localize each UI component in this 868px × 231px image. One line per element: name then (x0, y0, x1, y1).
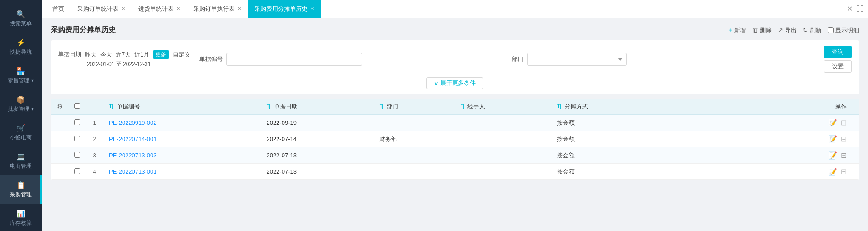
doc-no-input[interactable] (226, 53, 362, 66)
sidebar-item-inventory[interactable]: 📊 库存核算 (0, 204, 42, 231)
th-settings: ⚙ (51, 99, 69, 115)
setting-button[interactable]: 设置 (824, 60, 852, 73)
query-button[interactable]: 查询 (824, 46, 852, 58)
close-tab-goods-receipt-stats[interactable]: ✕ (176, 6, 180, 12)
doc-no-link-3[interactable]: PE-20220713-001 (109, 168, 157, 175)
tab-purchase-order-stats[interactable]: 采购订单统计表 ✕ (71, 0, 132, 18)
page-content: 采购费用分摊单历史 + 新增 🗑 删除 ↗ 导出 ↻ 刷新 (42, 18, 868, 231)
export-button[interactable]: ↗ 导出 (778, 26, 797, 34)
export-icon: ↗ (778, 27, 783, 33)
row-checkbox-0[interactable] (74, 119, 80, 125)
tab-home[interactable]: 首页 (46, 0, 71, 18)
row-dept-2 (374, 147, 455, 164)
tab-goods-receipt-stats[interactable]: 进货单统计表 ✕ (132, 0, 187, 18)
sidebar-item-ecommerce[interactable]: 💻 电商管理 (0, 147, 42, 175)
sort-dept-icon[interactable]: ⇅ (379, 103, 384, 110)
sidebar-item-retail[interactable]: 🏪 零售管理 ▾ (0, 61, 42, 90)
dept-select[interactable] (527, 53, 627, 66)
table-row: 3 PE-20220713-003 2022-07-13 按金额 📝 ⊞ (51, 147, 859, 164)
close-tab-purchase-cost-split[interactable]: ✕ (310, 6, 314, 12)
row-checkbox-2[interactable] (74, 152, 80, 158)
column-settings-icon[interactable]: ⚙ (57, 103, 63, 110)
row-cb-1 (69, 131, 85, 147)
last1month-shortcut[interactable]: 近1月 (134, 51, 149, 59)
date-label: 单据日期 (58, 50, 81, 58)
row-action-icons-1: 📝 ⊞ (828, 135, 854, 143)
row-split-method-0: 按金额 (552, 115, 823, 131)
detail-icon-2[interactable]: ⊞ (841, 151, 847, 160)
sort-doc-date-icon[interactable]: ⇅ (266, 103, 271, 110)
detail-icon-3[interactable]: ⊞ (841, 167, 847, 176)
show-col-checkbox[interactable] (828, 27, 834, 33)
add-button[interactable]: + 新增 (729, 26, 746, 34)
row-settings-3 (51, 164, 69, 180)
tab-purchase-order-exec[interactable]: 采购订单执行表 ✕ (187, 0, 248, 18)
table-row: 1 PE-20220919-002 2022-09-19 按金额 📝 ⊞ (51, 115, 859, 131)
detail-icon-1[interactable]: ⊞ (841, 135, 847, 143)
row-doc-no-1: PE-20220714-001 (104, 131, 261, 147)
sidebar-item-purchase[interactable]: 📋 采购管理 (0, 175, 42, 204)
row-checkbox-1[interactable] (74, 136, 80, 141)
edit-icon-3[interactable]: 📝 (828, 167, 837, 176)
main-area: 首页 采购订单统计表 ✕ 进货单统计表 ✕ 采购订单执行表 ✕ 采购费用分摊单历… (42, 0, 868, 231)
row-dept-0 (374, 115, 455, 131)
filter-row-1: 单据日期 昨天 今天 近7天 近1月 更多 自定义 2022-01-01 至 2… (58, 46, 852, 73)
row-handler-0 (455, 115, 552, 131)
edit-icon-0[interactable]: 📝 (828, 118, 837, 127)
tab-actions: ✕ ⛶ (847, 5, 863, 13)
row-settings-2 (51, 147, 69, 164)
sidebar-item-search[interactable]: 🔍 搜索菜单 (0, 5, 42, 33)
row-checkbox-3[interactable] (74, 168, 80, 174)
row-num-0: 1 (85, 115, 104, 131)
last7days-shortcut[interactable]: 近7天 (116, 51, 131, 59)
more-shortcut[interactable]: 更多 (153, 50, 169, 59)
filter-area: 单据日期 昨天 今天 近7天 近1月 更多 自定义 2022-01-01 至 2… (51, 40, 859, 94)
close-tab-purchase-order-stats[interactable]: ✕ (121, 6, 125, 12)
row-doc-date-2: 2022-07-13 (261, 147, 373, 164)
row-split-method-3: 按金额 (552, 164, 823, 180)
today-shortcut[interactable]: 今天 (100, 51, 112, 59)
ecommerce-icon: 💻 (2, 152, 39, 161)
sort-handler-icon[interactable]: ⇅ (460, 103, 465, 110)
row-num-1: 2 (85, 131, 104, 147)
row-ops-3: 📝 ⊞ (823, 164, 859, 180)
filter-buttons: 查询 设置 (824, 46, 852, 73)
tab-purchase-cost-split[interactable]: 采购费用分摊单历史 ✕ (248, 0, 321, 18)
expand-button[interactable]: ∨ 展开更多条件 (426, 77, 483, 89)
page-header: 采购费用分摊单历史 + 新增 🗑 删除 ↗ 导出 ↻ 刷新 (51, 25, 859, 35)
row-ops-2: 📝 ⊞ (823, 147, 859, 164)
th-checkbox (69, 99, 85, 115)
doc-no-link-1[interactable]: PE-20220714-001 (109, 136, 157, 142)
row-dept-3 (374, 164, 455, 180)
close-tab-purchase-order-exec[interactable]: ✕ (237, 6, 241, 12)
table-row: 2 PE-20220714-001 2022-07-14 财务部 按金额 📝 ⊞ (51, 131, 859, 147)
doc-no-link-2[interactable]: PE-20220713-003 (109, 152, 157, 159)
sort-split-method-icon[interactable]: ⇅ (557, 103, 562, 110)
refresh-button[interactable]: ↻ 刷新 (803, 26, 821, 34)
page-title: 采购费用分摊单历史 (51, 25, 116, 35)
date-shortcuts: 昨天 今天 近7天 近1月 更多 自定义 (85, 50, 190, 59)
yesterday-shortcut[interactable]: 昨天 (85, 51, 97, 59)
row-num-2: 3 (85, 147, 104, 164)
edit-icon-2[interactable]: 📝 (828, 151, 837, 160)
th-dept: ⇅ 部门 (374, 99, 455, 115)
maximize-window-icon[interactable]: ⛶ (856, 5, 863, 13)
sidebar-item-mini-shop[interactable]: 🛒 小畅电商 (0, 118, 42, 147)
row-handler-3 (455, 164, 552, 180)
select-all-checkbox[interactable] (74, 103, 80, 109)
delete-button[interactable]: 🗑 删除 (752, 26, 772, 34)
doc-no-link-0[interactable]: PE-20220919-002 (109, 119, 157, 126)
row-handler-1 (455, 131, 552, 147)
detail-icon-0[interactable]: ⊞ (841, 118, 847, 127)
row-cb-0 (69, 115, 85, 131)
sidebar-item-quick-nav[interactable]: ⚡ 快捷导航 (0, 33, 42, 61)
custom-shortcut[interactable]: 自定义 (173, 51, 190, 59)
table-row: 4 PE-20220713-001 2022-07-13 按金额 📝 ⊞ (51, 164, 859, 180)
row-doc-no-3: PE-20220713-001 (104, 164, 261, 180)
sidebar-item-wholesale[interactable]: 📦 批发管理 ▾ (0, 90, 42, 118)
close-window-icon[interactable]: ✕ (847, 5, 853, 13)
show-col-toggle[interactable]: 显示明细 (828, 26, 859, 34)
th-doc-no: ⇅ 单据编号 (104, 99, 261, 115)
edit-icon-1[interactable]: 📝 (828, 135, 837, 143)
sort-doc-no-icon[interactable]: ⇅ (109, 103, 114, 110)
